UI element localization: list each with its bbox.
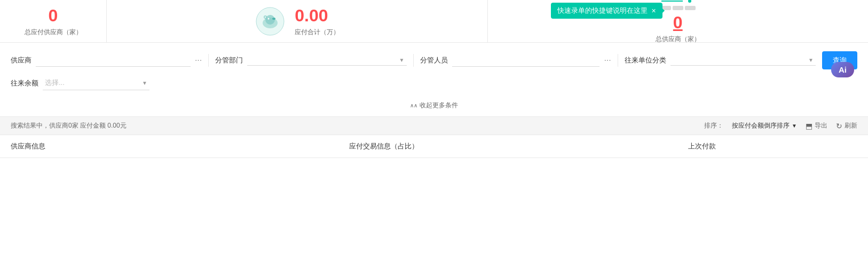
sort-chevron-icon: ▼ <box>792 123 797 129</box>
unit-category-chevron: ▼ <box>808 57 814 63</box>
balance-chevron: ▼ <box>142 80 147 86</box>
refresh-icon: ↻ <box>836 122 842 130</box>
stat-total-suppliers-label: 总供应商（家） <box>656 35 700 44</box>
department-select[interactable]: ▼ <box>247 55 406 66</box>
export-btn[interactable]: ⬒ 导出 <box>806 121 827 130</box>
ai-button[interactable]: Ai <box>831 62 854 77</box>
filter-section: 供应商 ··· 分管部门 ▼ 分管人员 ··· 往来单位分类 ▼ <box>0 43 868 117</box>
col-supplier-info: 供应商信息 <box>11 142 349 151</box>
filter-balance: 往来余额 选择... ▼ <box>11 76 149 90</box>
person-label: 分管人员 <box>420 56 448 65</box>
gray-bar-2 <box>673 6 683 10</box>
balance-select[interactable]: 选择... ▼ <box>43 76 149 90</box>
stats-bar: 0 总应付供应商（家） 0.00 应付合计（万） <box>0 0 868 43</box>
stat-total-payable-suppliers: 0 总应付供应商（家） <box>0 0 107 42</box>
supplier-input[interactable] <box>36 54 191 67</box>
stat-payable-total-number: 0.00 <box>295 5 328 26</box>
content-area <box>0 158 868 275</box>
svg-point-6 <box>265 16 266 18</box>
stat-payable-number: 0 <box>49 5 58 26</box>
ai-button-area[interactable]: Ai <box>831 62 854 77</box>
filter-person: 分管人员 ··· <box>420 54 611 67</box>
results-bar: 搜索结果中，供应商0家 应付金额 0.00元 排序： 按应付会额倒序排序 ▼ ⬒… <box>0 117 868 135</box>
balance-label: 往来余额 <box>11 78 38 88</box>
divider-2 <box>413 54 414 67</box>
table-header: 供应商信息 应付交易信息（占比） 上次付款 <box>0 135 868 158</box>
export-label: 导出 <box>815 121 827 130</box>
unit-category-select[interactable]: ▼ <box>670 55 816 66</box>
results-actions: 排序： 按应付会额倒序排序 ▼ ⬒ 导出 ↻ 刷新 <box>704 121 857 130</box>
stat-payable-total: 0.00 应付合计（万） <box>107 0 488 42</box>
filter-department: 分管部门 ▼ <box>215 55 406 66</box>
supplier-label: 供应商 <box>11 56 31 65</box>
stat-payable-total-text: 0.00 应付合计（万） <box>295 5 340 37</box>
collapse-up-icon: ∧∧ <box>410 103 417 108</box>
tooltip-text: 快速录单的快捷键说明在这里 <box>557 6 648 15</box>
sort-label: 排序： <box>704 121 723 130</box>
col-transaction-info: 应付交易信息（占比） <box>349 142 688 151</box>
filter-row-2: 往来余额 选择... ▼ <box>11 76 857 90</box>
tooltip-connector-dot <box>687 0 692 4</box>
filter-unit-category: 往来单位分类 ▼ <box>625 55 816 66</box>
unit-category-label: 往来单位分类 <box>625 56 666 65</box>
divider-1 <box>208 54 209 67</box>
svg-point-4 <box>268 18 270 19</box>
person-more-icon[interactable]: ··· <box>604 56 611 65</box>
tooltip-wrapper: 快速录单的快捷键说明在这里 × <box>661 0 695 4</box>
col-last-payment: 上次付款 <box>688 142 857 151</box>
stat-icon-piggy <box>254 5 286 37</box>
department-chevron: ▼ <box>399 57 405 63</box>
gray-bar-3 <box>685 6 696 10</box>
svg-point-3 <box>272 18 275 20</box>
stat-payable-label: 总应付供应商（家） <box>25 28 82 37</box>
supplier-more-icon[interactable]: ··· <box>195 56 202 65</box>
divider-3 <box>618 54 618 67</box>
results-info-text: 搜索结果中，供应商0家 应付金额 0.00元 <box>11 121 127 130</box>
stat-payable-total-label: 应付合计（万） <box>295 28 340 37</box>
sort-value: 按应付会额倒序排序 <box>732 121 790 130</box>
filter-row-1: 供应商 ··· 分管部门 ▼ 分管人员 ··· 往来单位分类 ▼ <box>11 51 857 69</box>
filter-supplier: 供应商 ··· <box>11 54 202 67</box>
export-icon: ⬒ <box>806 122 812 130</box>
balance-placeholder: 选择... <box>45 78 65 88</box>
shortcut-tooltip: 快速录单的快捷键说明在这里 × <box>551 3 662 19</box>
collapse-btn[interactable]: ∧∧ 收起更多条件 <box>410 97 458 116</box>
department-label: 分管部门 <box>215 56 243 65</box>
sort-select[interactable]: 按应付会额倒序排序 ▼ <box>732 121 797 130</box>
person-input[interactable] <box>452 54 600 67</box>
tooltip-connector-line <box>661 1 683 2</box>
stat-total-suppliers: 快速录单的快捷键说明在这里 × 0 总供应商（家） <box>488 0 869 42</box>
collapse-label: 收起更多条件 <box>420 101 458 110</box>
tooltip-close-btn[interactable]: × <box>652 6 656 15</box>
refresh-btn[interactable]: ↻ 刷新 <box>836 121 857 130</box>
stat-total-suppliers-number: 0 <box>673 12 683 33</box>
refresh-label: 刷新 <box>845 121 857 130</box>
